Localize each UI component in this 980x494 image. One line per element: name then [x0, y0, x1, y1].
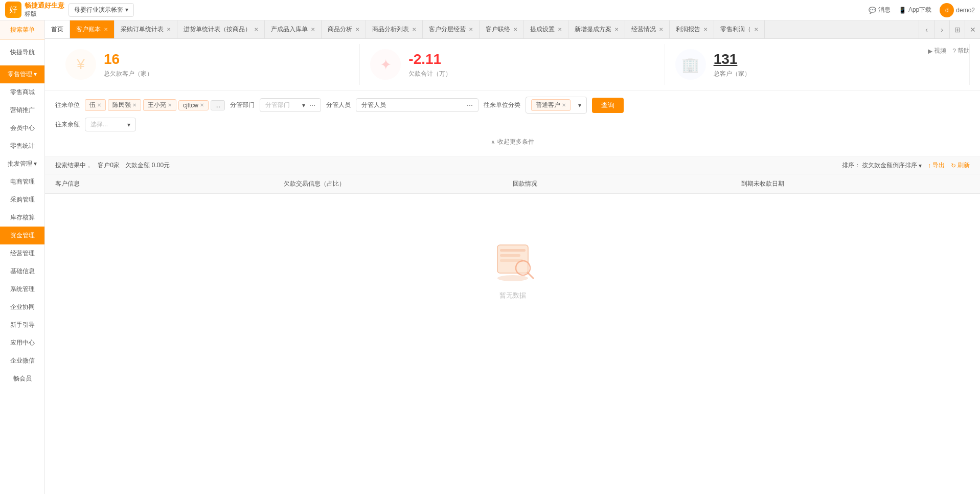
remove-tag-chen[interactable]: ✕ — [132, 102, 136, 108]
stat-debtors-icon: ¥ — [65, 49, 96, 80]
close-icon[interactable]: ✕ — [167, 27, 171, 32]
tab-customer-contact[interactable]: 客户联络 ✕ — [480, 20, 524, 38]
yuan-icon: ¥ — [77, 56, 85, 73]
sidebar-item-marketing[interactable]: 营销推广 — [0, 101, 44, 119]
close-icon[interactable]: ✕ — [659, 27, 663, 32]
person-input[interactable]: 分管人员 ⋯ — [356, 98, 478, 112]
remove-tag-cjttcw[interactable]: ✕ — [200, 102, 204, 108]
tab-new-commission[interactable]: 新增提成方案 ✕ — [568, 20, 625, 38]
close-icon[interactable]: ✕ — [104, 27, 108, 32]
tab-profit-report[interactable]: 利润报告 ✕ — [670, 20, 714, 38]
balance-filter-label: 往来余额 — [55, 120, 80, 129]
stat-debtors: ¥ 16 总欠款客户（家） — [55, 44, 360, 85]
tab-home[interactable]: 首页 — [45, 20, 70, 38]
avatar: d — [940, 3, 954, 17]
tab-customer-ledger[interactable]: 客户账本 ✕ — [70, 20, 115, 38]
tab-retail-profit[interactable]: 零售利润（ ✕ — [714, 20, 765, 38]
tab-inbound-stats[interactable]: 进货单统计表（按商品） ✕ — [177, 20, 265, 38]
help-btn[interactable]: ? 帮助 — [952, 47, 970, 55]
sidebar-item-app-center[interactable]: 应用中心 — [0, 334, 44, 352]
messages-btn[interactable]: 💬 消息 — [869, 6, 891, 14]
tab-operations[interactable]: 经营情况 ✕ — [625, 20, 670, 38]
tab-close-all-btn[interactable]: ✕ — [965, 20, 980, 39]
chevron-up-icon: ∧ — [491, 139, 495, 146]
sidebar-item-retail-stats[interactable]: 零售统计 — [0, 137, 44, 155]
tab-commission-settings[interactable]: 提成设置 ✕ — [524, 20, 568, 38]
filter-tag-regular[interactable]: 普通客户 ✕ — [531, 99, 571, 111]
sidebar-item-wechat[interactable]: 企业微信 — [0, 352, 44, 370]
close-icon[interactable]: ✕ — [254, 27, 258, 32]
collapse-filter-btn[interactable]: ∧ 收起更多条件 — [55, 136, 970, 148]
sidebar-item-operations[interactable]: 经营管理 — [0, 244, 44, 262]
close-icon[interactable]: ✕ — [469, 27, 473, 32]
sidebar-item-basic-info[interactable]: 基础信息 — [0, 262, 44, 280]
tab-goods-analysis[interactable]: 商品分析 ✕ — [322, 20, 366, 38]
sidebar-item-finance[interactable]: 资金管理 — [0, 227, 44, 244]
tab-goods-analysis-list[interactable]: 商品分析列表 ✕ — [366, 20, 423, 38]
query-btn[interactable]: 查询 — [592, 98, 624, 113]
tab-prev-btn[interactable]: ‹ — [919, 20, 934, 39]
sidebar-item-member-center[interactable]: 会员中心 — [0, 119, 44, 137]
close-icon[interactable]: ✕ — [311, 27, 315, 32]
close-icon[interactable]: ✕ — [355, 27, 359, 32]
stat-customers-label: 总客户（家） — [714, 70, 750, 78]
tab-production-inbound[interactable]: 产成品入库单 ✕ — [265, 20, 322, 38]
svg-rect-2 — [500, 249, 526, 252]
filter-tag-cjttcw[interactable]: cjttcw ✕ — [178, 100, 209, 110]
close-icon[interactable]: ✕ — [754, 27, 758, 32]
tab-purchase-order-stats[interactable]: 采购订单统计表 ✕ — [115, 20, 177, 38]
sidebar-item-ecommerce[interactable]: 电商管理 — [0, 173, 44, 191]
sidebar-quick-nav: 快捷导航 — [0, 40, 44, 65]
app-download-btn[interactable]: 📱 App下载 — [899, 6, 931, 14]
sidebar-item-wholesale-mgmt[interactable]: 批发管理 ▾ — [0, 155, 44, 173]
video-help-btn[interactable]: ▶ 视频 — [928, 47, 946, 55]
stat-debt-numbers: -2.11 欠款合计（万） — [408, 51, 451, 78]
filter-tag-wang[interactable]: 王小亮 ✕ — [143, 99, 176, 111]
filter-row-2: 往来余额 选择... ▾ — [55, 118, 970, 131]
sidebar-item-retail-mall[interactable]: 零售商城 — [0, 83, 44, 101]
results-info: 搜索结果中， 客户0家 欠款金额 0.00元 — [55, 161, 174, 170]
template-selector[interactable]: 母婴行业演示帐套 ▾ — [69, 3, 134, 17]
sort-selector[interactable]: 排序： 按欠款金额倒序排序 ▾ — [842, 161, 922, 170]
unit-type-select[interactable]: 普通客户 ✕ ▾ — [526, 97, 587, 114]
message-icon: 💬 — [869, 7, 876, 14]
balance-select[interactable]: 选择... ▾ — [85, 118, 136, 131]
close-icon[interactable]: ✕ — [412, 27, 416, 32]
sidebar-item-quicknav[interactable]: 快捷导航 — [0, 44, 44, 61]
stat-debt-icon: ✦ — [370, 49, 401, 80]
close-icon[interactable]: ✕ — [513, 27, 517, 32]
tab-more-btn[interactable]: ⊞ — [949, 20, 965, 39]
tab-next-btn[interactable]: › — [934, 20, 949, 39]
sidebar-item-newbie-guide[interactable]: 新手引导 — [0, 316, 44, 334]
filter-tag-more[interactable]: ... — [211, 100, 225, 110]
remove-tag-wu[interactable]: ✕ — [97, 102, 101, 108]
close-icon[interactable]: ✕ — [703, 27, 708, 32]
filter-tag-wu[interactable]: 伍 ✕ — [85, 99, 106, 111]
close-icon[interactable]: ✕ — [558, 27, 562, 32]
tab-customer-tier[interactable]: 客户分层经营 ✕ — [423, 20, 480, 38]
building-icon: 🏢 — [681, 56, 699, 73]
stat-customers-value: 131 — [714, 51, 750, 68]
sidebar-item-retail-mgmt[interactable]: 零售管理 ▾ — [0, 65, 44, 83]
sidebar-item-purchase[interactable]: 采购管理 — [0, 191, 44, 209]
sidebar-search[interactable]: 搜索菜单 — [0, 20, 44, 40]
refresh-btn[interactable]: ↻ 刷新 — [951, 161, 970, 170]
more-options-icon[interactable]: ⋯ — [467, 102, 473, 109]
remove-unit-type[interactable]: ✕ — [562, 102, 566, 108]
more-options-icon[interactable]: ⋯ — [309, 102, 315, 109]
sidebar-item-system[interactable]: 系统管理 — [0, 280, 44, 298]
logo-icon: 好 — [5, 2, 21, 18]
data-table: 客户信息 欠款交易信息（占比） 回款情况 到期未收款日期 — [45, 174, 980, 341]
col-due-date: 到期未收款日期 — [741, 179, 970, 188]
export-btn[interactable]: ↑ 导出 — [928, 161, 945, 170]
stat-help-buttons: ▶ 视频 ? 帮助 — [928, 47, 970, 55]
sidebar-item-member[interactable]: 畅会员 — [0, 370, 44, 388]
close-icon[interactable]: ✕ — [614, 27, 619, 32]
sidebar-item-enterprise[interactable]: 企业协同 — [0, 298, 44, 316]
user-avatar[interactable]: d demo2 — [940, 3, 975, 17]
filter-tag-chen[interactable]: 陈民强 ✕ — [108, 99, 141, 111]
empty-illustration — [482, 235, 543, 286]
dept-select[interactable]: 分管部门 ▾ ⋯ — [260, 98, 321, 112]
sidebar-item-inventory[interactable]: 库存核算 — [0, 209, 44, 227]
remove-tag-wang[interactable]: ✕ — [168, 102, 172, 108]
